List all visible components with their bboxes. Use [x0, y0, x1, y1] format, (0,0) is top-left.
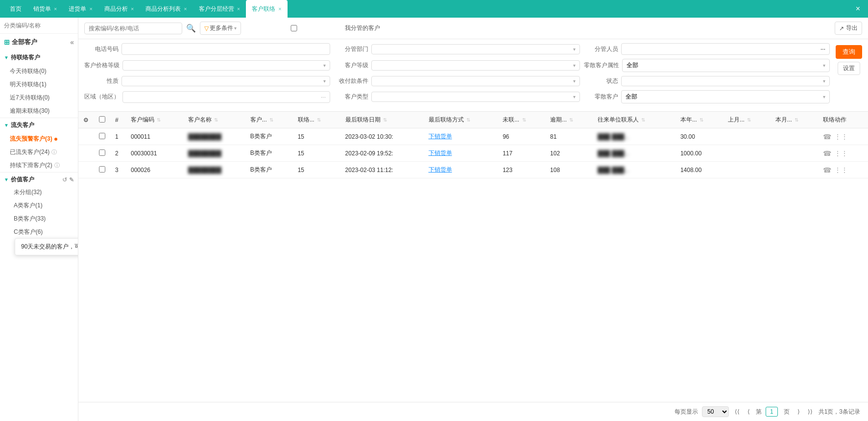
- more-actions-icon[interactable]: ⋮⋮: [834, 149, 848, 157]
- close-sales-icon[interactable]: ×: [54, 6, 57, 12]
- last-method-link[interactable]: 下销货单: [429, 133, 452, 140]
- col-overdue[interactable]: 逾期... ⇅: [545, 112, 593, 128]
- more-actions-icon[interactable]: ⋮⋮: [834, 133, 848, 141]
- sidebar-item-tomorrow[interactable]: 明天待联络(1): [0, 78, 78, 91]
- sort-overdue-icon[interactable]: ⇅: [569, 117, 573, 123]
- sort-uncontacted-icon[interactable]: ⇅: [522, 117, 526, 123]
- close-customer-contact-icon[interactable]: ×: [278, 6, 281, 12]
- last-method-link[interactable]: 下销货单: [429, 149, 452, 156]
- tab-customer-contact[interactable]: 客户联络 ×: [246, 0, 287, 18]
- close-purchase-icon[interactable]: ×: [89, 6, 92, 12]
- filter-payment-select[interactable]: ▾: [371, 76, 580, 86]
- sort-last-method-icon[interactable]: ⇅: [466, 117, 470, 123]
- tab-sales[interactable]: 销货单 ×: [27, 0, 63, 18]
- sidebar-item-predicted-lost[interactable]: 流失预警客户(3): [0, 132, 78, 146]
- row-checkbox[interactable]: [99, 166, 105, 173]
- contact-icon[interactable]: ☎: [823, 166, 831, 174]
- filter-retail-customer-select[interactable]: 全部 ▾: [621, 90, 830, 103]
- query-button[interactable]: 查询: [836, 45, 862, 59]
- tab-analysis-list[interactable]: 商品分析列表 ×: [140, 0, 193, 18]
- sort-this-year-icon[interactable]: ⇅: [699, 117, 703, 123]
- first-page-button[interactable]: ⟨⟨: [733, 407, 742, 416]
- col-settings[interactable]: ⚙: [78, 112, 94, 128]
- sort-unit-contact-icon[interactable]: ⇅: [641, 117, 645, 123]
- tab-purchase[interactable]: 进货单 ×: [63, 0, 98, 18]
- sort-code-icon[interactable]: ⇅: [157, 117, 161, 123]
- filter-status-select[interactable]: ▾: [621, 76, 830, 86]
- col-last-method[interactable]: 最后联络方式 ⇅: [424, 112, 498, 128]
- sort-this-month-icon[interactable]: ⇅: [795, 117, 798, 123]
- col-name[interactable]: 客户名称 ⇅: [183, 112, 245, 128]
- per-page-select[interactable]: 50 100: [702, 406, 729, 417]
- contact-icon[interactable]: ☎: [823, 149, 831, 157]
- filter-customer-level-select[interactable]: ▾: [371, 60, 580, 71]
- col-unit-contact[interactable]: 往来单位联系人 ⇅: [593, 112, 675, 128]
- sidebar-item-already-lost[interactable]: 已流失客户(24) ⓘ: [0, 146, 78, 159]
- filter-button[interactable]: ▽ 更多条件 ▾: [200, 22, 241, 35]
- sort-contact-icon[interactable]: ⇅: [317, 117, 321, 123]
- prev-page-button[interactable]: ⟨: [746, 407, 752, 416]
- row-checkbox[interactable]: [99, 133, 105, 139]
- export-button[interactable]: ↗ 导出: [835, 22, 862, 35]
- next-page-button[interactable]: ⟩: [796, 407, 802, 416]
- search-input[interactable]: [84, 23, 182, 34]
- close-customer-layer-icon[interactable]: ×: [237, 6, 240, 12]
- sidebar-root-label[interactable]: 全部客户: [12, 38, 37, 47]
- filter-region-select[interactable]: ···: [122, 91, 330, 103]
- select-all-checkbox[interactable]: [99, 116, 105, 123]
- my-customers-checkbox[interactable]: [245, 25, 343, 31]
- window-close-button[interactable]: ×: [852, 4, 864, 13]
- sidebar-item-declining[interactable]: 持续下滑客户(2) ⓘ: [0, 159, 78, 172]
- tab-home[interactable]: 首页: [4, 0, 27, 18]
- sidebar-value-title[interactable]: ▼ 价值客户 ↺ ✎: [4, 175, 74, 184]
- filter-phone-input[interactable]: [121, 43, 330, 55]
- col-contact[interactable]: 联络... ⇅: [293, 112, 340, 128]
- last-method-link[interactable]: 下销货单: [429, 166, 452, 173]
- edit-icon[interactable]: ✎: [69, 176, 74, 183]
- sidebar-section-pending-title[interactable]: ▼ 待联络客户: [0, 50, 78, 65]
- col-this-month[interactable]: 本月... ⇅: [771, 112, 818, 128]
- col-code[interactable]: 客户编码 ⇅: [126, 112, 183, 128]
- col-check[interactable]: [94, 112, 110, 128]
- sidebar-item-overdue[interactable]: 逾期未联络(30): [0, 104, 78, 118]
- close-analysis-list-icon[interactable]: ×: [184, 6, 187, 12]
- contact-icon[interactable]: ☎: [823, 133, 831, 141]
- col-last-month[interactable]: 上月... ⇅: [723, 112, 771, 128]
- tab-customer-layer[interactable]: 客户分层经营 ×: [193, 0, 246, 18]
- sidebar-item-week[interactable]: 近7天待联络(0): [0, 91, 78, 104]
- sidebar-collapse-icon[interactable]: «: [70, 38, 74, 46]
- sidebar-section-lost-title[interactable]: ▼ 流失客户: [0, 118, 78, 132]
- tab-analysis[interactable]: 商品分析 ×: [98, 0, 140, 18]
- last-page-button[interactable]: ⟩⟩: [806, 407, 815, 416]
- filter-nature-select[interactable]: ▾: [121, 76, 330, 86]
- search-button[interactable]: 🔍: [186, 24, 196, 33]
- row-check-cell[interactable]: [94, 128, 110, 145]
- filter-retail-attr-select[interactable]: 全部 ▾: [622, 59, 830, 72]
- sort-last-month-icon[interactable]: ⇅: [747, 117, 751, 123]
- filter-person-select[interactable]: ···: [621, 43, 830, 55]
- settings-button[interactable]: 设置: [838, 62, 860, 75]
- refresh-icon[interactable]: ↺: [62, 176, 67, 183]
- filter-price-level-select[interactable]: ▾: [122, 60, 330, 71]
- row-check-cell[interactable]: [94, 162, 110, 178]
- my-customers-checkbox-label[interactable]: 我分管的客户: [245, 24, 380, 32]
- settings-icon[interactable]: ⚙: [83, 117, 89, 124]
- col-uncontacted[interactable]: 未联... ⇅: [498, 112, 545, 128]
- close-analysis-icon[interactable]: ×: [131, 6, 134, 12]
- sidebar-search-input[interactable]: [4, 22, 77, 29]
- row-check-cell[interactable]: [94, 145, 110, 162]
- col-level[interactable]: 客户... ⇅: [245, 112, 293, 128]
- sidebar-item-unsorted[interactable]: 未分组(32): [4, 186, 74, 199]
- col-last-date[interactable]: 最后联络日期 ⇅: [340, 112, 424, 128]
- sidebar-item-today[interactable]: 今天待联络(0): [0, 65, 78, 78]
- sort-name-icon[interactable]: ⇅: [214, 117, 218, 123]
- sidebar-item-class-c[interactable]: C类客户(6): [4, 225, 74, 239]
- sidebar-item-class-b[interactable]: B类客户(33): [4, 212, 74, 225]
- sidebar-item-class-a[interactable]: A类客户(1): [4, 199, 74, 212]
- sort-last-date-icon[interactable]: ⇅: [383, 117, 387, 123]
- filter-dept-select[interactable]: ▾: [371, 44, 580, 54]
- col-this-year[interactable]: 本年... ⇅: [675, 112, 723, 128]
- more-actions-icon[interactable]: ⋮⋮: [834, 166, 848, 174]
- filter-customer-type-select[interactable]: ▾: [371, 92, 580, 102]
- sort-level-icon[interactable]: ⇅: [269, 117, 273, 123]
